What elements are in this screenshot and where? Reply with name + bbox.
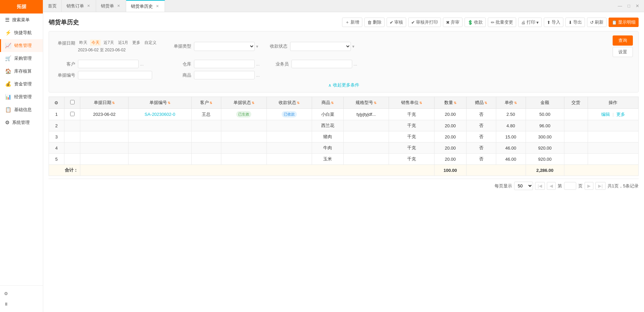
filter-date-field: 单据日期 昨天 今天 近7天 近1月 更多 自定义 2023-06-02 至 2…	[54, 40, 162, 53]
tab-sales-history-close[interactable]: ✕	[155, 4, 160, 9]
settings-button[interactable]: 设置	[613, 47, 633, 57]
docno-input[interactable]	[78, 71, 152, 79]
summary-row: 合计： 100.00 2,286.00	[49, 165, 639, 176]
shortcut-last1month[interactable]: 近1月	[117, 40, 130, 46]
refresh-button[interactable]: ↺ 刷新	[587, 18, 607, 27]
print-button[interactable]: 🖨 打印 ▾	[518, 18, 542, 27]
sidebar-item-operations-mgmt[interactable]: 📊 经营管理	[0, 90, 43, 103]
summary-total-amount: 2,286.00	[526, 165, 564, 176]
last-page-btn[interactable]: ▶|	[595, 182, 605, 190]
cell-checkbox[interactable]	[64, 131, 80, 142]
shortcut-more[interactable]: 更多	[131, 40, 142, 46]
tab-sales-delivery-close[interactable]: ✕	[116, 3, 121, 8]
sort-customer-icon: ⇅	[209, 101, 212, 105]
doc-type-select[interactable]	[194, 42, 255, 51]
select-all-checkbox[interactable]	[70, 100, 75, 104]
sidebar-item-quick-nav[interactable]: ⚡ 快捷导航	[0, 26, 43, 39]
doc-no-link[interactable]: SA-20230602-0	[144, 112, 175, 117]
sidebar-item-label: 经营管理	[14, 94, 32, 100]
sidebar-item-search-menu[interactable]: ☰ 搜索菜单	[0, 14, 43, 26]
cell-amount: 96.00	[526, 120, 564, 131]
sidebar-bottom-settings[interactable]: ⚙	[0, 288, 43, 299]
salesperson-dots[interactable]: ...	[354, 61, 357, 67]
th-doc-no[interactable]: 单据编号 ⇅	[129, 97, 192, 109]
th-goods[interactable]: 商品 ⇅	[312, 97, 343, 109]
sidebar-item-inventory-calc[interactable]: 🏠 库存核算	[0, 65, 43, 78]
warehouse-dots[interactable]: ...	[256, 61, 260, 67]
cell-checkbox[interactable]	[64, 120, 80, 131]
prev-page-btn[interactable]: ◀	[547, 182, 556, 190]
sidebar-item-label: 资金管理	[14, 81, 32, 87]
export-button[interactable]: ⬇ 导出	[565, 18, 585, 27]
collapse-button[interactable]: ∧ 收起更多条件	[54, 82, 633, 88]
batch-change-button[interactable]: ✏ 批量变更	[488, 18, 516, 27]
shortcut-custom[interactable]: 自定义	[143, 40, 158, 46]
cell-doc-status	[221, 142, 267, 154]
filter-collect-status-field: 收款状态 ▾	[267, 42, 355, 51]
tab-sales-order[interactable]: 销售订单 ✕	[62, 0, 96, 12]
window-close-btn[interactable]: ✕	[634, 3, 641, 9]
customer-input[interactable]	[78, 60, 139, 68]
new-button[interactable]: ＋ 新增	[342, 18, 362, 27]
show-detail-button[interactable]: 📋 显示明细	[609, 18, 639, 27]
cell-checkbox[interactable]	[64, 154, 80, 165]
cell-checkbox[interactable]	[64, 142, 80, 154]
sort-sales-unit-icon: ⇅	[419, 101, 422, 105]
next-page-btn[interactable]: ▶	[585, 182, 593, 190]
tab-sales-order-close[interactable]: ✕	[86, 3, 91, 8]
sidebar-item-sales-mgmt[interactable]: 📈 销售管理	[0, 39, 43, 52]
th-gear[interactable]: ⚙	[49, 97, 64, 109]
sidebar-item-basic-info[interactable]: 📋 基础信息	[0, 103, 43, 116]
cell-quantity: 20.00	[434, 131, 466, 142]
review-button[interactable]: ✔ 审核	[387, 18, 406, 27]
import-button[interactable]: ⬆ 导入	[544, 18, 563, 27]
tab-sales-history[interactable]: 销货单历史 ✕	[126, 0, 165, 12]
th-collect-status[interactable]: 收款状态 ⇅	[267, 97, 312, 109]
date-shortcuts: 昨天 今天 近7天 近1月 更多 自定义	[78, 40, 158, 46]
th-sales-unit[interactable]: 销售单位 ⇅	[389, 97, 435, 109]
shortcut-today[interactable]: 今天	[90, 40, 101, 46]
summary-total-quantity: 100.00	[434, 165, 466, 176]
th-doc-status[interactable]: 单据状态 ⇅	[221, 97, 267, 109]
th-customer[interactable]: 客户 ⇅	[191, 97, 221, 109]
current-page-input[interactable]: 1	[564, 182, 576, 190]
cell-customer: 王总	[191, 109, 221, 120]
th-quantity[interactable]: 数量 ⇅	[434, 97, 466, 109]
th-doc-date[interactable]: 单据日期 ⇅	[80, 97, 129, 109]
salesperson-input[interactable]	[291, 60, 352, 68]
th-spec-type[interactable]: 规格型号 ⇅	[343, 97, 389, 109]
th-unit-price[interactable]: 单价 ⇅	[496, 97, 526, 109]
shortcut-yesterday[interactable]: 昨天	[78, 40, 89, 46]
goods-input[interactable]	[194, 71, 255, 79]
row-checkbox[interactable]	[70, 112, 75, 116]
edit-link[interactable]: 编辑	[601, 112, 610, 117]
tab-home[interactable]: 首页	[43, 0, 62, 12]
warehouse-input[interactable]	[194, 60, 255, 68]
cell-checkbox[interactable]	[64, 109, 80, 120]
tab-sales-delivery[interactable]: 销货单 ✕	[96, 0, 126, 12]
customer-dots[interactable]: ...	[140, 61, 144, 67]
sidebar-item-finance-mgmt[interactable]: 💰 资金管理	[0, 78, 43, 90]
more-link[interactable]: 更多	[616, 112, 625, 117]
first-page-btn[interactable]: |◀	[535, 182, 545, 190]
abandon-button[interactable]: ✖ 弃审	[443, 18, 463, 27]
delete-button[interactable]: 🗑 删除	[364, 18, 385, 27]
cell-transaction	[564, 131, 588, 142]
review-print-button[interactable]: ✔ 审核并打印	[408, 18, 441, 27]
collect-button[interactable]: 💲 收款	[465, 18, 486, 27]
cell-amount: 920.00	[526, 154, 564, 165]
window-maximize-btn[interactable]: □	[625, 3, 632, 9]
th-checkbox[interactable]	[64, 97, 80, 109]
collect-status-select[interactable]	[290, 42, 351, 51]
query-button[interactable]: 查询	[613, 35, 633, 46]
cell-spec-type	[343, 154, 389, 165]
goods-dots[interactable]: ...	[256, 73, 260, 78]
cell-transaction	[564, 142, 588, 154]
sidebar-bottom-pause[interactable]: ⏸	[0, 299, 43, 309]
sidebar-item-sys-mgmt[interactable]: ⚙ 系统管理	[0, 116, 43, 129]
shortcut-last7days[interactable]: 近7天	[102, 40, 115, 46]
per-page-select[interactable]: 50 100	[514, 182, 533, 190]
window-minimize-btn[interactable]: —	[616, 3, 624, 9]
sidebar-item-purchase-mgmt[interactable]: 🛒 采购管理	[0, 52, 43, 65]
th-gift[interactable]: 赠品 ⇅	[466, 97, 496, 109]
